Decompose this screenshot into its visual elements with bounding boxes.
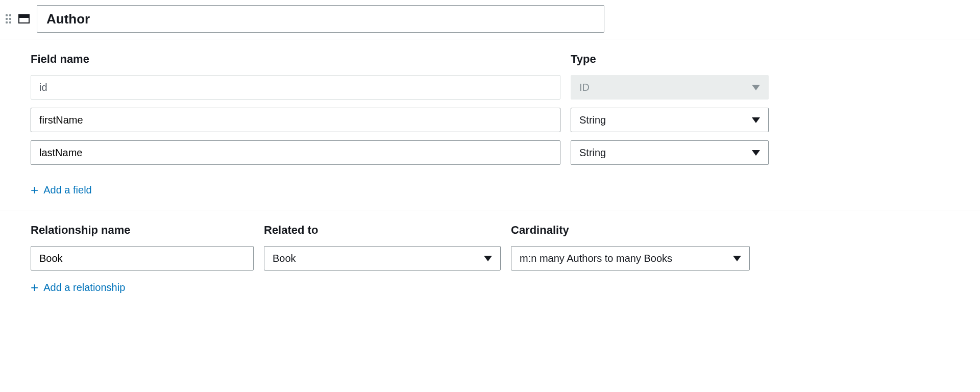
plus-icon: + <box>31 183 38 197</box>
chevron-down-icon <box>733 256 741 261</box>
field-row: String <box>31 140 980 165</box>
add-relationship-button[interactable]: + Add a relationship <box>31 281 125 294</box>
fields-section: Field name Type ID String String <box>0 39 980 210</box>
field-type-value: String <box>579 114 606 126</box>
related-to-value: Book <box>273 253 296 264</box>
field-name-input[interactable] <box>31 140 560 165</box>
relationship-name-header: Relationship name <box>31 224 254 237</box>
plus-icon: + <box>31 281 38 294</box>
model-icon <box>18 14 30 23</box>
drag-handle-icon[interactable] <box>5 13 14 25</box>
related-to-header: Related to <box>264 224 501 237</box>
field-row: ID <box>31 75 980 100</box>
field-type-select[interactable]: String <box>571 140 769 165</box>
chevron-down-icon <box>752 117 760 123</box>
field-type-header: Type <box>571 53 769 66</box>
field-type-select: ID <box>571 75 769 100</box>
field-type-select[interactable]: String <box>571 108 769 132</box>
field-type-value: ID <box>579 82 590 93</box>
field-name-input <box>31 75 560 100</box>
relationship-name-input[interactable] <box>31 246 254 271</box>
relationship-row: Book m:n many Authors to many Books <box>31 246 980 271</box>
model-header <box>0 0 980 39</box>
add-field-label: Add a field <box>43 184 92 196</box>
cardinality-select[interactable]: m:n many Authors to many Books <box>511 246 750 271</box>
model-name-input[interactable] <box>37 5 604 33</box>
field-name-header: Field name <box>31 53 560 66</box>
related-to-select[interactable]: Book <box>264 246 501 271</box>
field-type-value: String <box>579 147 606 159</box>
cardinality-value: m:n many Authors to many Books <box>520 253 672 264</box>
chevron-down-icon <box>752 85 760 90</box>
cardinality-header: Cardinality <box>511 224 750 237</box>
field-name-input[interactable] <box>31 108 560 132</box>
add-field-button[interactable]: + Add a field <box>31 183 92 197</box>
chevron-down-icon <box>752 150 760 156</box>
chevron-down-icon <box>484 256 492 261</box>
add-relationship-label: Add a relationship <box>43 282 125 293</box>
field-row: String <box>31 108 980 132</box>
relationships-section: Relationship name Related to Cardinality… <box>0 210 980 314</box>
